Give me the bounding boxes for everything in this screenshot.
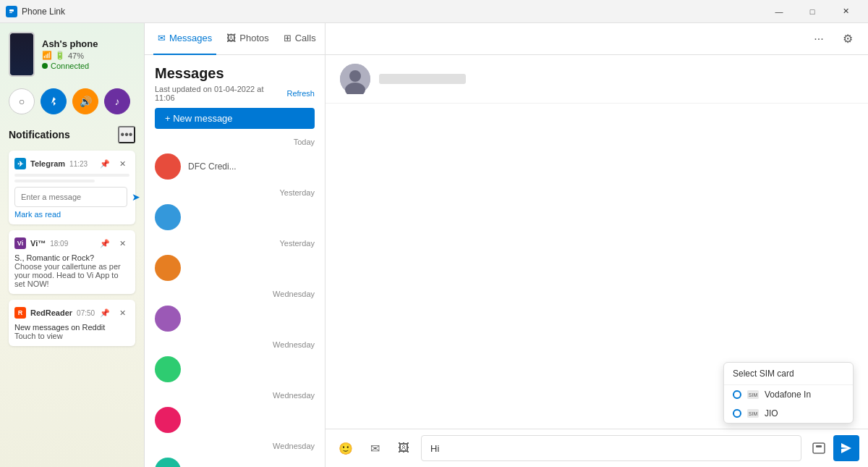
tab-photos[interactable]: 🖼 Photos	[222, 23, 273, 55]
telegram-reply-input[interactable]	[14, 187, 127, 207]
svg-point-11	[349, 70, 361, 82]
svg-rect-1	[9, 9, 14, 12]
emoji-button[interactable]: 🙂	[334, 437, 357, 460]
messages-title: Messages	[155, 65, 315, 82]
notif-actions: 📌 ✕	[98, 156, 129, 171]
app-icon	[6, 6, 17, 17]
svg-rect-13	[813, 443, 825, 453]
connected-text: Connected	[51, 62, 89, 70]
volume-button[interactable]: 🔊	[72, 88, 98, 114]
reddit-notif-title: New messages on Reddit	[14, 323, 129, 332]
sim-selector-button[interactable]	[807, 437, 830, 460]
reddit-notif-body: Touch to view	[14, 332, 129, 340]
date-divider-today: Today	[145, 135, 325, 148]
phone-name: Ash's phone	[42, 38, 135, 49]
reddit-pin-button[interactable]: 📌	[98, 306, 112, 320]
notif-card-header: ✈ Telegram 11:23 📌 ✕	[14, 156, 129, 171]
right-panel: ··· ⚙	[326, 23, 868, 467]
avatar	[155, 153, 181, 180]
attachment-button[interactable]: ✉	[363, 437, 386, 460]
telegram-send-button[interactable]: ➤	[132, 187, 140, 207]
notif-app-info-vi: Vi Vi™ 18:09	[14, 237, 68, 249]
date-divider-wed4: Wednesday	[145, 439, 325, 452]
tab-calls-label: Calls	[295, 33, 316, 43]
vi-notif-body: Choose your callertune as per your mood.…	[14, 262, 129, 288]
photos-tab-icon: 🖼	[226, 33, 236, 43]
msg-preview: DFC Credi...	[188, 161, 315, 172]
avatar	[155, 407, 181, 433]
date-divider-yesterday: Yesterday	[145, 185, 325, 198]
list-item[interactable]	[145, 300, 325, 337]
vi-close-button[interactable]: ✕	[115, 236, 129, 251]
center-panel: ✉ Messages 🖼 Photos ⊞ Calls Messages Las…	[145, 23, 326, 467]
phone-screen	[10, 33, 33, 75]
connected-status: Connected	[42, 62, 135, 70]
notifications-header: Notifications •••	[9, 126, 135, 143]
notif-card-header-reddit: R RedReader 07:50 📌 ✕	[14, 306, 129, 320]
sim-name-jio: JIO	[765, 408, 778, 418]
battery-percent: 47%	[68, 51, 84, 60]
date-divider-wed3: Wednesday	[145, 388, 325, 401]
list-item[interactable]	[145, 452, 325, 467]
close-button[interactable]: ✕	[829, 0, 862, 23]
list-item[interactable]	[145, 401, 325, 439]
vi-notif-title: S., Romantic or Rock?	[14, 253, 129, 262]
message-input-row: ➤	[14, 187, 129, 207]
notif-pin-button[interactable]: 📌	[98, 156, 112, 171]
battery-icon: 🔋	[55, 51, 65, 60]
maximize-button[interactable]: □	[796, 0, 829, 23]
list-item[interactable]	[145, 350, 325, 388]
notif-actions-reddit: 📌 ✕	[98, 306, 129, 320]
messages-scroll: Today DFC Credi... Yesterday Yesterday	[145, 135, 325, 467]
phone-signal: 📶 🔋 47%	[42, 51, 135, 60]
tab-photos-label: Photos	[239, 33, 268, 43]
svg-point-9	[155, 458, 181, 467]
notif-preview-bar	[14, 174, 129, 177]
list-item[interactable]	[145, 198, 325, 236]
title-bar-left: Phone Link	[6, 6, 65, 17]
messages-list-header: Messages Last updated on 01-04-2022 at 1…	[145, 55, 325, 108]
tab-calls[interactable]: ⊞ Calls	[279, 23, 320, 55]
phone-image	[9, 32, 35, 77]
last-updated-text: Last updated on 01-04-2022 at 11:06	[155, 85, 282, 102]
sim-icon-2: SIM	[747, 409, 759, 418]
more-options-button[interactable]: ···	[807, 28, 830, 51]
image-button[interactable]: 🖼	[392, 437, 415, 460]
notif-app-info: ✈ Telegram 11:23	[14, 158, 88, 169]
avatar	[155, 356, 181, 382]
date-divider-wed1: Wednesday	[145, 287, 325, 300]
reddit-close-button[interactable]: ✕	[115, 306, 129, 320]
input-area: 🙂 ✉ 🖼	[326, 429, 868, 467]
refresh-link[interactable]: Refresh	[286, 89, 315, 98]
sim-radio-1	[733, 390, 741, 399]
svg-point-6	[155, 306, 181, 332]
title-bar: Phone Link — □ ✕	[0, 0, 868, 23]
sim-option-jio[interactable]: SIM JIO	[724, 404, 853, 423]
notif-time: 11:23	[69, 160, 88, 168]
list-item[interactable]: DFC Credi...	[145, 148, 325, 185]
vi-pin-button[interactable]: 📌	[98, 236, 112, 251]
tab-messages[interactable]: ✉ Messages	[153, 23, 216, 55]
notif-close-button[interactable]: ✕	[115, 156, 129, 171]
sim-option-vodafone[interactable]: SIM Vodafone In	[724, 385, 853, 404]
tab-messages-label: Messages	[169, 33, 212, 43]
date-divider-wed2: Wednesday	[145, 337, 325, 350]
avatar	[155, 306, 181, 332]
app-body: Ash's phone 📶 🔋 47% Connected ○ �	[0, 23, 868, 467]
mute-button[interactable]: ○	[9, 88, 35, 114]
svg-point-3	[155, 153, 181, 180]
message-input[interactable]	[421, 435, 801, 461]
notif-actions-vi: 📌 ✕	[98, 236, 129, 251]
list-item[interactable]	[145, 249, 325, 287]
mark-read-button[interactable]: Mark as read	[14, 210, 129, 219]
new-message-button[interactable]: + New message	[155, 108, 315, 129]
settings-button[interactable]: ⚙	[836, 28, 859, 51]
minimize-button[interactable]: —	[762, 0, 796, 23]
bluetooth-button[interactable]	[41, 88, 67, 114]
send-button[interactable]	[833, 435, 859, 461]
messages-updated: Last updated on 01-04-2022 at 11:06 Refr…	[155, 85, 315, 102]
notifications-more-button[interactable]: •••	[118, 126, 135, 143]
svg-point-8	[155, 407, 181, 433]
vi-notification: Vi Vi™ 18:09 📌 ✕ S., Romantic or Rock? C…	[9, 230, 135, 294]
music-button[interactable]: ♪	[104, 88, 130, 114]
